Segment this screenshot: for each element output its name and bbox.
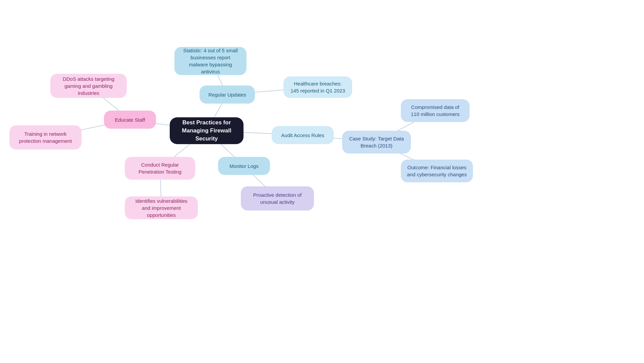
training-label: Training in network protection managemen… [15, 130, 75, 144]
case-study-node[interactable]: Case Study: Target Data Breach (2013) [342, 131, 411, 154]
healthcare-node[interactable]: Healthcare breaches: 145 reported in Q1 … [283, 76, 352, 98]
monitor-logs-node[interactable]: Monitor Logs [218, 157, 270, 175]
training-node[interactable]: Training in network protection managemen… [9, 125, 82, 149]
outcome-node[interactable]: Outcome: Financial losses and cybersecur… [401, 160, 473, 182]
compromised-node[interactable]: Compromised data of 110 million customer… [401, 99, 470, 122]
conduct-pen-label: Conduct Regular Penetration Testing [131, 161, 189, 175]
identifies-label: Identifies vulnerabilities and improveme… [131, 197, 192, 219]
monitor-logs-label: Monitor Logs [229, 163, 259, 170]
educate-staff-node[interactable]: Educate Staff [104, 111, 156, 129]
proactive-node[interactable]: Proactive detection of unusual activity [241, 186, 314, 210]
audit-access-label: Audit Access Rules [281, 132, 324, 139]
regular-updates-node[interactable]: Regular Updates [200, 85, 255, 104]
regular-updates-label: Regular Updates [208, 91, 246, 98]
audit-access-node[interactable]: Audit Access Rules [272, 126, 334, 144]
compromised-label: Compromised data of 110 million customer… [407, 104, 464, 118]
ddos-node[interactable]: DDoS attacks targeting gaming and gambli… [50, 74, 127, 98]
outcome-label: Outcome: Financial losses and cybersecur… [407, 164, 467, 178]
conduct-pen-node[interactable]: Conduct Regular Penetration Testing [125, 157, 195, 180]
educate-staff-label: Educate Staff [115, 116, 145, 123]
proactive-label: Proactive detection of unusual activity [247, 191, 308, 205]
case-study-label: Case Study: Target Data Breach (2013) [348, 135, 405, 149]
identifies-node[interactable]: Identifies vulnerabilities and improveme… [125, 196, 198, 219]
healthcare-label: Healthcare breaches: 145 reported in Q1 … [289, 80, 346, 94]
statistic-label: Statistic: 4 out of 5 small businesses r… [180, 47, 240, 75]
ddos-label: DDoS attacks targeting gaming and gambli… [56, 75, 121, 97]
center-node[interactable]: Best Practices for Managing Firewall Sec… [170, 117, 244, 144]
center-label: Best Practices for Managing Firewall Sec… [176, 119, 237, 142]
statistic-node[interactable]: Statistic: 4 out of 5 small businesses r… [174, 47, 247, 75]
